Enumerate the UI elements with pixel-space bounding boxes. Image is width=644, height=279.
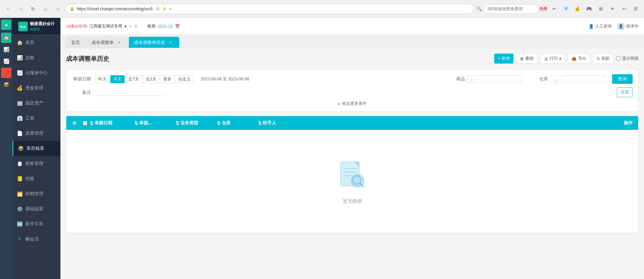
tab-cost-adjustment-history-label: 成本调整单历史 bbox=[134, 40, 165, 46]
game-icon[interactable]: 🎮 bbox=[584, 4, 594, 14]
reports-icon: 📈 bbox=[16, 70, 23, 76]
tab-home[interactable]: 首页 bbox=[66, 37, 85, 48]
empty-illustration bbox=[335, 158, 370, 193]
star-button[interactable]: ☆ bbox=[53, 4, 63, 14]
refresh-button[interactable]: ↻ 刷新 bbox=[593, 54, 613, 64]
sidebar-item-home[interactable]: 🏠 首页 bbox=[12, 35, 60, 50]
user-info[interactable]: 👤 徐泽华 bbox=[617, 23, 639, 30]
table-columns: ⇅ 单据日期 ⇅ 单据... ⇅ 业务类型 ⇅ bbox=[90, 120, 624, 126]
tab-cost-adjustment-history-close[interactable]: × bbox=[167, 39, 174, 46]
sidebar-item-payroll[interactable]: 👔 工资 bbox=[12, 111, 60, 126]
reload-button[interactable]: ↻ bbox=[28, 4, 38, 14]
sidebar-item-invoice[interactable]: 📄 发票管理 bbox=[12, 126, 60, 141]
delete-button[interactable]: 🗑 删除 bbox=[516, 54, 538, 64]
advanced-settings-button[interactable]: 设置 bbox=[617, 87, 633, 97]
table-settings-btn[interactable] bbox=[69, 120, 80, 126]
home-button[interactable]: ⌂ bbox=[41, 4, 50, 14]
lightning-icon: ⚡ bbox=[162, 6, 167, 11]
lock-icon: 🔒 bbox=[70, 7, 75, 11]
query-button[interactable]: 查询 bbox=[612, 74, 633, 84]
sidebar-item-label: 结账 bbox=[25, 176, 34, 182]
menu-icon[interactable]: ☰ bbox=[631, 4, 641, 14]
goods-filter-select[interactable]: ... ··· bbox=[467, 75, 522, 83]
print-button[interactable]: 🖨 打印 ▾ bbox=[540, 54, 565, 64]
dropdown-icon: ▾ bbox=[169, 7, 171, 11]
search-icon: 🔍 bbox=[476, 6, 482, 11]
company-selector[interactable]: (勿删勿禁用) 江西服宝测试专用 ▾ + ⚙ bbox=[66, 23, 138, 30]
date-btn-1month[interactable]: 近1月 bbox=[143, 75, 160, 83]
note-filter-label: 备注 bbox=[72, 89, 91, 96]
browser-search-input[interactable] bbox=[483, 4, 538, 14]
sidebar-item-closing[interactable]: 📒 结账 bbox=[12, 171, 60, 186]
nav-accounting[interactable]: 📊 bbox=[1, 44, 11, 55]
sidebar-item-assets[interactable]: 🏢 固定资产 bbox=[12, 96, 60, 111]
nav-home[interactable]: 🏠 bbox=[1, 33, 11, 43]
date-btn-today[interactable]: 今天 bbox=[110, 75, 125, 83]
sidebar-item-archive[interactable]: 🗂️ 归档管理 bbox=[12, 186, 60, 201]
tax-icon: 📋 bbox=[16, 161, 23, 166]
th-handler[interactable]: ⇅ 经手人 bbox=[258, 120, 303, 126]
finance-icon: 💰 bbox=[16, 85, 23, 91]
app-edition: 旗舰版 bbox=[30, 27, 55, 32]
th-type[interactable]: ⇅ 业务类型 bbox=[176, 120, 217, 126]
sidebar-item-label: 归档管理 bbox=[25, 191, 43, 197]
sidebar-item-tax[interactable]: 📋 税务管理 bbox=[12, 156, 60, 171]
export-button[interactable]: 📤 导出 bbox=[568, 54, 590, 64]
address-bar[interactable]: 🔒 https://cloud.chanjet.com/accounting/u… bbox=[65, 4, 474, 14]
th-warehouse[interactable]: ⇅ 仓库 bbox=[217, 120, 258, 126]
user-name: 徐泽华 bbox=[626, 23, 639, 29]
sidebar-item-settings[interactable]: ⚙️ 基础设置 bbox=[12, 201, 60, 216]
note-filter-input[interactable] bbox=[95, 89, 164, 96]
filter-area: 单据日期 昨天 今天 近7天 近1月 更多 自定义 2023-06-06 至 2… bbox=[66, 69, 639, 112]
sidebar-item-label: 库存核算 bbox=[26, 145, 44, 152]
sidebar-header: 畅捷 畅捷通好会计 旗舰版 bbox=[12, 18, 60, 35]
add-company-btn[interactable]: + bbox=[128, 23, 132, 30]
collapse-button[interactable]: ∧ 收起更多条件 bbox=[338, 101, 367, 107]
brightness-icon[interactable]: ☀ bbox=[608, 4, 617, 14]
empty-text: 暂无数据 bbox=[343, 198, 362, 204]
translate-icon[interactable]: 译 bbox=[561, 4, 570, 14]
th-handler-sort-icon: ⇅ bbox=[258, 121, 262, 126]
sidebar-item-inventory[interactable]: 📦 库存核算 bbox=[12, 141, 60, 156]
nav-social[interactable]: 🔴 bbox=[1, 68, 11, 78]
sidebar-item-label: 云报表中心 bbox=[25, 70, 48, 76]
tab-cost-adjustment[interactable]: 成本调整单 × bbox=[86, 37, 128, 48]
new-button[interactable]: + 新增 bbox=[494, 54, 513, 64]
sidebar-item-reports[interactable]: 📈 云报表中心 bbox=[12, 65, 60, 80]
scissors-icon[interactable]: ✂ bbox=[549, 4, 559, 14]
table-select-all[interactable] bbox=[80, 121, 90, 125]
coin-icon[interactable]: 💰 bbox=[573, 4, 582, 14]
settings-company-btn[interactable]: ⚙ bbox=[134, 24, 138, 29]
nav-reports[interactable]: 📈 bbox=[1, 56, 11, 66]
date-btn-custom[interactable]: 自定义 bbox=[175, 75, 194, 83]
date-btn-more[interactable]: 更多 bbox=[160, 75, 174, 83]
sidebar-item-ledger[interactable]: 📊 总账 bbox=[12, 50, 60, 65]
tab-cost-adjustment-history[interactable]: 成本调整单历史 × bbox=[129, 37, 179, 48]
show-cols-checkbox[interactable] bbox=[616, 56, 621, 61]
date-btn-7days[interactable]: 近7天 bbox=[125, 75, 142, 83]
sidebar-item-member[interactable]: V 畅会员 bbox=[12, 232, 60, 247]
sidebar-item-label: 新手引导 bbox=[25, 221, 43, 227]
icon-bar: 畅 🏠 📊 📈 🔴 📦 bbox=[0, 18, 12, 279]
th-date[interactable]: ⇅ 单据日期 bbox=[90, 120, 134, 126]
select-all-checkbox[interactable] bbox=[83, 121, 87, 125]
show-cols-checkbox-label[interactable]: 显示明细 bbox=[616, 56, 639, 62]
th-handler-label: 经手人 bbox=[263, 120, 276, 126]
calendar-icon[interactable]: 📅 bbox=[175, 24, 180, 29]
service-button[interactable]: 👤 人工咨询 bbox=[589, 23, 612, 29]
back-button[interactable]: ← bbox=[3, 4, 13, 14]
forward-button[interactable]: → bbox=[16, 4, 25, 14]
collapse-icon: ∧ bbox=[338, 101, 341, 106]
date-shortcuts: 昨天 今天 近7天 近1月 更多 自定义 bbox=[95, 75, 194, 83]
date-btn-yesterday[interactable]: 昨天 bbox=[95, 75, 110, 83]
th-num[interactable]: ⇅ 单据... bbox=[134, 120, 176, 126]
sidebar-item-finance[interactable]: 💰 资金管理 bbox=[12, 80, 60, 96]
warehouse-filter-select[interactable]: ... ··· bbox=[550, 75, 605, 83]
apps-icon[interactable]: ⊞ bbox=[596, 4, 606, 14]
sidebar-item-label: 固定资产 bbox=[25, 100, 43, 106]
tab-cost-adjustment-close[interactable]: × bbox=[116, 39, 123, 46]
nav-inventory[interactable]: 📦 bbox=[1, 79, 11, 90]
undo-icon[interactable]: ↩ bbox=[619, 4, 629, 14]
date-filter-label: 单据日期 bbox=[72, 76, 91, 82]
sidebar-item-guide[interactable]: 🆕 新手引导 bbox=[12, 216, 60, 232]
